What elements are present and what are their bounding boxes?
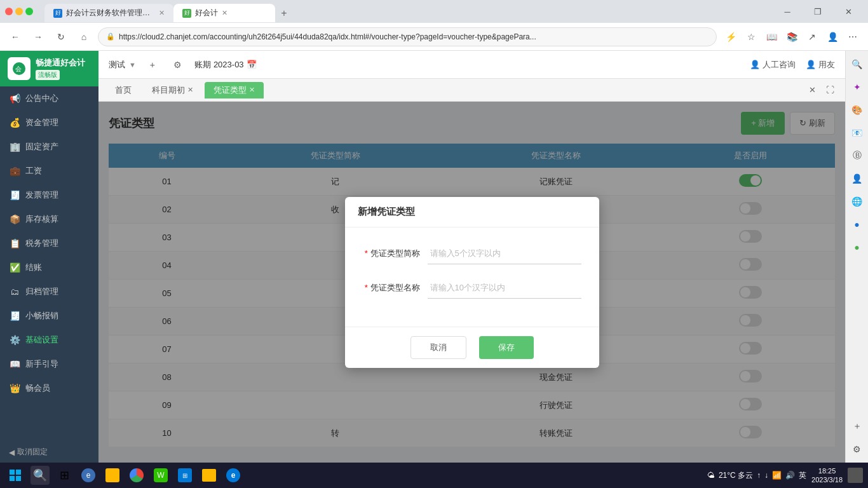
reading-btn[interactable]: 📖 (763, 28, 780, 46)
sidebar-label-fixed-asset: 固定资产 (25, 141, 58, 152)
add-workspace-btn[interactable]: + (144, 56, 161, 74)
share-btn[interactable]: ↗ (803, 28, 821, 46)
guide-icon: 📖 (9, 358, 20, 370)
tab-voucher-label: 凭证类型 (214, 85, 247, 96)
tab2-label: 好会计 (195, 8, 218, 18)
sidebar-pin-btn[interactable]: ◀ 取消固定 (0, 442, 98, 463)
sidebar-item-announcement[interactable]: 📢 公告中心 (0, 86, 98, 111)
profile-btn[interactable]: 👤 (824, 28, 841, 46)
window-minimize-btn[interactable] (15, 8, 23, 15)
start-button[interactable] (5, 465, 25, 485)
sidebar-item-checkout[interactable]: ✅ 结账 (0, 255, 98, 280)
tab-subject-label: 科目期初 (152, 85, 185, 96)
rt-outlook-btn[interactable]: 📧 (848, 123, 867, 142)
sidebar-item-invoice[interactable]: 🧾 发票管理 (0, 183, 98, 207)
rt-ai-btn[interactable]: ✦ (848, 78, 867, 97)
settings-icon: ⚙️ (9, 334, 20, 346)
forward-button[interactable]: → (29, 28, 47, 46)
name-input[interactable] (428, 277, 581, 299)
workspace-settings-btn[interactable]: ⚙ (169, 56, 187, 74)
taskbar-right: 🌤 21°C 多云 ↑ ↓ 📶 🔊 英 18:25 2023/3/18 (707, 466, 863, 485)
sidebar-label-expense: 小畅报销 (25, 310, 58, 322)
rt-paint-btn[interactable]: 🎨 (848, 100, 867, 119)
rt-add-btn[interactable]: ＋ (848, 417, 867, 436)
save-button[interactable]: 保存 (479, 336, 534, 359)
back-button[interactable]: ← (6, 28, 24, 46)
rt-green-btn[interactable]: ● (848, 238, 867, 257)
collections-btn[interactable]: 📚 (783, 28, 801, 46)
win-minimize-btn[interactable]: ─ (773, 2, 802, 21)
tab-close-all-btn[interactable]: ✕ (804, 83, 820, 98)
rt-blue-btn[interactable]: ● (848, 215, 867, 234)
calendar-icon: 📅 (247, 60, 257, 69)
favorites-btn[interactable]: ☆ (742, 28, 760, 46)
name-label-text: 凭证类型名称 (370, 283, 420, 292)
home-button[interactable]: ⌂ (75, 28, 93, 46)
cancel-button[interactable]: 取消 (410, 336, 466, 359)
sidebar-item-member[interactable]: 👑 畅会员 (0, 376, 98, 400)
sidebar: 会 畅捷通好会计 流畅版 📢 公告中心 💰 资金管理 🏢 固定资产 💼 (0, 51, 98, 463)
taskbar-apps-btn[interactable]: ⊞ (175, 466, 194, 485)
language-indicator: 英 (799, 470, 806, 481)
tab-voucher-close-icon[interactable]: ✕ (249, 86, 255, 94)
abbr-input[interactable] (428, 243, 581, 264)
sidebar-label-announcement: 公告中心 (25, 93, 58, 104)
clock-time: 18:25 (818, 466, 836, 475)
tab2-close-icon[interactable]: ✕ (222, 9, 227, 17)
sidebar-label-tax: 税务管理 (25, 238, 58, 249)
rt-settings-btn[interactable]: ⚙ (848, 440, 867, 459)
taskbar-wechat-btn[interactable]: W (151, 466, 170, 485)
sidebar-item-stock[interactable]: 📦 库存核算 (0, 207, 98, 231)
rt-bing-btn[interactable]: Ⓑ (848, 146, 867, 165)
taskbar-task-view-btn[interactable]: ⊞ (55, 466, 74, 485)
window-maximize-btn[interactable] (25, 8, 33, 15)
sidebar-item-settings[interactable]: ⚙️ 基础设置 (0, 328, 98, 352)
expense-icon: 🧾 (9, 310, 20, 322)
period-label: 账期 (194, 59, 211, 71)
browser-tab-1[interactable]: 好 好会计云财务软件管理系统_会计 ✕ (44, 4, 173, 22)
win-restore-btn[interactable]: ❐ (803, 2, 832, 21)
workspace-selector[interactable]: 测试 ▼ (109, 59, 136, 71)
rt-profile-btn[interactable]: 👤 (848, 169, 867, 188)
rt-search-btn[interactable]: 🔍 (848, 55, 867, 74)
sidebar-item-fund[interactable]: 💰 资金管理 (0, 111, 98, 135)
user-button[interactable]: 👤 用友 (806, 59, 835, 71)
tab-home[interactable]: 首页 (106, 82, 140, 98)
taskbar-edge-btn[interactable]: e (224, 466, 243, 485)
sidebar-item-expense[interactable]: 🧾 小畅报销 (0, 304, 98, 328)
new-tab-button[interactable]: + (275, 4, 293, 22)
sidebar-label-settings: 基础设置 (25, 334, 58, 346)
sidebar-label-archive: 归档管理 (25, 286, 58, 297)
sidebar-item-archive[interactable]: 🗂 归档管理 (0, 280, 98, 304)
consult-button[interactable]: 👤 人工咨询 (750, 59, 796, 71)
sidebar-logo: 会 畅捷通好会计 流畅版 (0, 51, 98, 86)
win-close-btn[interactable]: ✕ (834, 2, 863, 21)
menu-btn[interactable]: ⋯ (844, 28, 862, 46)
tab-subject-close-icon[interactable]: ✕ (187, 86, 193, 94)
abbr-label: * 凭证类型简称 (363, 248, 420, 259)
taskbar-folder-btn[interactable] (200, 466, 219, 485)
sidebar-item-salary[interactable]: 💼 工资 (0, 159, 98, 183)
taskbar-browser-btn[interactable]: e (79, 466, 98, 485)
taskbar-search-btn[interactable]: 🔍 (31, 466, 50, 485)
sidebar-item-tax[interactable]: 📋 税务管理 (0, 231, 98, 255)
taskbar-file-btn[interactable] (103, 466, 122, 485)
taskbar-chrome-btn[interactable] (127, 466, 146, 485)
sidebar-item-guide[interactable]: 📖 新手引导 (0, 352, 98, 376)
modal-header: 新增凭证类型 (345, 197, 599, 227)
sidebar-item-fixed-asset[interactable]: 🏢 固定资产 (0, 135, 98, 159)
extensions-btn[interactable]: ⚡ (722, 28, 740, 46)
notifications-btn[interactable] (848, 468, 863, 483)
refresh-button[interactable]: ↻ (52, 28, 70, 46)
rt-global-btn[interactable]: 🌐 (848, 192, 867, 211)
tab-voucher-type[interactable]: 凭证类型 ✕ (205, 82, 264, 98)
sidebar-label-stock: 库存核算 (25, 214, 58, 225)
window-close-btn[interactable] (5, 8, 13, 15)
tab1-close-icon[interactable]: ✕ (159, 9, 165, 17)
tab-subject[interactable]: 科目期初 ✕ (143, 82, 202, 98)
browser-tab-2[interactable]: 好 好会计 ✕ (173, 4, 275, 22)
name-label: * 凭证类型名称 (363, 282, 420, 294)
tab-fullscreen-btn[interactable]: ⛶ (822, 83, 837, 98)
consult-label: 人工咨询 (763, 59, 796, 71)
address-box[interactable]: 🔒 https://cloud2.chanjet.com/accounting/… (98, 27, 717, 46)
